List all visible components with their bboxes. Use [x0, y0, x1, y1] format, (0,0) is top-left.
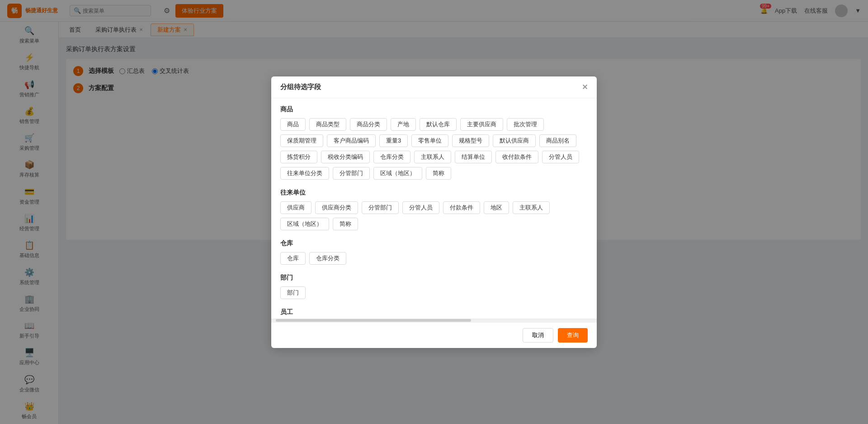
field-tag[interactable]: 保质期管理 — [280, 134, 323, 147]
modal-footer: 取消 查询 — [271, 322, 597, 348]
field-tag[interactable]: 税收分类编码 — [321, 151, 370, 163]
field-tag[interactable]: 批次管理 — [507, 118, 544, 131]
field-tag[interactable]: 主要供应商 — [460, 118, 503, 131]
modal-overlay: 分组待选字段 ✕ 商品商品商品类型商品分类产地默认仓库主要供应商批次管理保质期管… — [0, 0, 868, 424]
field-section-product: 商品商品商品类型商品分类产地默认仓库主要供应商批次管理保质期管理客户商品编码重量… — [280, 105, 588, 180]
field-tag[interactable]: 供应商 — [280, 201, 311, 214]
field-tag[interactable]: 往来单位分类 — [280, 167, 329, 180]
field-tags-warehouse: 仓库仓库分类 — [280, 252, 588, 265]
field-tag[interactable]: 仓库分类 — [373, 151, 410, 163]
section-title-employee: 员工 — [280, 308, 588, 316]
modal-close-button[interactable]: ✕ — [582, 83, 588, 91]
field-tag[interactable]: 零售单位 — [411, 134, 448, 147]
field-section-department: 部门部门 — [280, 274, 588, 299]
confirm-button[interactable]: 查询 — [558, 328, 588, 343]
field-tag[interactable]: 分管部门 — [362, 201, 399, 214]
field-tags-partner: 供应商供应商分类分管部门分管人员付款条件地区主联系人区域（地区）简称 — [280, 201, 588, 230]
field-tag[interactable]: 分管人员 — [542, 151, 579, 163]
field-tag[interactable]: 主联系人 — [513, 201, 550, 214]
field-tag[interactable]: 产地 — [391, 118, 416, 131]
field-section-warehouse: 仓库仓库仓库分类 — [280, 239, 588, 265]
modal-hscrollbar[interactable] — [271, 319, 597, 322]
field-tag[interactable]: 重量3 — [379, 134, 408, 147]
section-title-partner: 往来单位 — [280, 189, 588, 197]
field-tag[interactable]: 结算单位 — [455, 151, 492, 163]
field-tag[interactable]: 分管部门 — [333, 167, 370, 180]
modal-title: 分组待选字段 — [280, 83, 321, 91]
section-title-warehouse: 仓库 — [280, 239, 588, 248]
field-tag[interactable]: 规格型号 — [452, 134, 489, 147]
field-tag[interactable]: 付款条件 — [443, 201, 480, 214]
field-tag[interactable]: 客户商品编码 — [327, 134, 376, 147]
field-tag[interactable]: 默认供应商 — [493, 134, 536, 147]
modal-header: 分组待选字段 ✕ — [271, 76, 597, 98]
field-tag[interactable]: 仓库 — [280, 252, 306, 265]
field-section-partner: 往来单位供应商供应商分类分管部门分管人员付款条件地区主联系人区域（地区）简称 — [280, 189, 588, 230]
section-title-department: 部门 — [280, 274, 588, 282]
field-section-employee: 员工业务员 — [280, 308, 588, 319]
field-tag[interactable]: 商品别名 — [539, 134, 576, 147]
field-tag[interactable]: 商品类型 — [309, 118, 346, 131]
field-tag[interactable]: 区域（地区） — [373, 167, 422, 180]
field-tag[interactable]: 商品分类 — [350, 118, 387, 131]
field-tag[interactable]: 默认仓库 — [420, 118, 457, 131]
field-tag[interactable]: 部门 — [280, 286, 306, 299]
field-tag[interactable]: 区域（地区） — [280, 218, 329, 230]
cancel-button[interactable]: 取消 — [523, 328, 553, 343]
field-tag[interactable]: 简称 — [333, 218, 358, 230]
field-tags-department: 部门 — [280, 286, 588, 299]
field-tag[interactable]: 分管人员 — [402, 201, 439, 214]
field-tag[interactable]: 仓库分类 — [309, 252, 346, 265]
field-tag[interactable]: 简称 — [426, 167, 451, 180]
field-tag[interactable]: 商品 — [280, 118, 306, 131]
field-tag[interactable]: 收付款条件 — [495, 151, 538, 163]
hscroll-thumb — [276, 319, 471, 322]
field-tag[interactable]: 地区 — [484, 201, 509, 214]
field-tag[interactable]: 拣货积分 — [280, 151, 317, 163]
section-title-product: 商品 — [280, 105, 588, 114]
field-tag[interactable]: 供应商分类 — [315, 201, 358, 214]
modal-body[interactable]: 商品商品商品类型商品分类产地默认仓库主要供应商批次管理保质期管理客户商品编码重量… — [271, 98, 597, 319]
field-tag[interactable]: 主联系人 — [414, 151, 451, 163]
modal-dialog: 分组待选字段 ✕ 商品商品商品类型商品分类产地默认仓库主要供应商批次管理保质期管… — [271, 76, 597, 348]
field-tags-product: 商品商品类型商品分类产地默认仓库主要供应商批次管理保质期管理客户商品编码重量3零… — [280, 118, 588, 180]
